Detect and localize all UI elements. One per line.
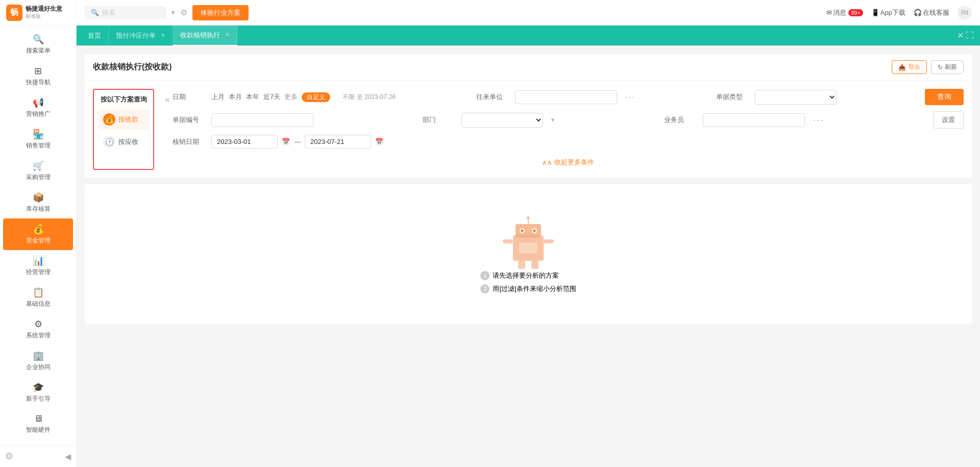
topbar-left: 🔍 搜索 ▾ ⚙ 体验行业方案 xyxy=(85,5,249,20)
sidebar-item-purchase[interactable]: 🛒采购管理 xyxy=(0,155,76,187)
setting-button[interactable]: 设置 xyxy=(933,111,964,129)
sidebar-item-marketing[interactable]: 📢营销推广 xyxy=(0,92,76,124)
date-no-limit: 不限 至 2023-07-26 xyxy=(342,93,396,102)
tab-expand-button[interactable]: ⛶ xyxy=(966,31,974,40)
nav-label-marketing: 营销推广 xyxy=(26,110,51,118)
sidebar-item-inventory[interactable]: 📦库存核算 xyxy=(0,187,76,218)
collapse-more-icon: ∧∧ xyxy=(542,159,552,166)
doc-type-select[interactable] xyxy=(755,90,837,105)
query-button[interactable]: 查询 xyxy=(925,89,964,105)
settings-icon[interactable]: ⚙ xyxy=(5,451,13,462)
logo-subtitle: 标准版 xyxy=(26,13,62,20)
logo-title: 畅捷通好生意 xyxy=(26,5,62,12)
sidebar-item-quick-nav[interactable]: ⊞快捷导航 xyxy=(0,60,76,92)
query-type-receivable-icon: 🕐 xyxy=(103,136,115,148)
query-type-by-collection[interactable]: 💰 按收款 xyxy=(98,109,149,130)
sidebar-item-enterprise[interactable]: 🏢企业协同 xyxy=(0,345,76,377)
staff-input[interactable] xyxy=(703,113,805,127)
sidebar-item-system[interactable]: ⚙系统管理 xyxy=(0,313,76,345)
date-opt-custom[interactable]: 自定义 xyxy=(302,92,330,102)
tip-text-2: 用[过滤]条件来缩小分析范围 xyxy=(493,284,576,293)
nav-label-enterprise: 企业协同 xyxy=(26,363,51,372)
content-area: 收款核销执行(按收款) 📤 导出 ↻ 刷新 按以下方案查询 💰 xyxy=(77,46,980,467)
nav-icon-enterprise: 🏢 xyxy=(33,350,44,361)
write-off-date-end-input[interactable] xyxy=(305,135,371,149)
sidebar-item-basic-info[interactable]: 📋基础信息 xyxy=(0,282,76,313)
tab-prepay-close-icon[interactable]: ✕ xyxy=(161,32,165,39)
page-title: 收款核销执行(按收款) xyxy=(93,62,172,72)
sidebar-item-search[interactable]: 🔍搜索菜单 xyxy=(0,29,76,60)
date-opt-last-month[interactable]: 上月 xyxy=(211,92,225,102)
dept-arrow-icon: ▾ xyxy=(551,116,554,124)
date-opt-this-month[interactable]: 本月 xyxy=(229,92,242,102)
filter-row-2: 单据编号 部门 ▾ 业务员 ··· 设置 xyxy=(173,111,964,129)
date-range-separator: — xyxy=(294,138,301,145)
app-download-item[interactable]: 📱 App下载 xyxy=(871,8,905,17)
user-avatar[interactable]: Rit xyxy=(958,6,972,20)
query-panel-wrap: 按以下方案查询 💰 按收款 🕐 按应收 « 日期 xyxy=(93,89,964,170)
sidebar-item-sales[interactable]: 🏪销售管理 xyxy=(0,124,76,155)
nav-icon-sales: 🏪 xyxy=(33,129,44,140)
logo-text: 畅捷通好生意 标准版 xyxy=(26,5,62,19)
app-download-icon: 📱 xyxy=(871,9,879,16)
sidebar-item-finance[interactable]: 💰资金管理 xyxy=(3,218,73,250)
dept-label: 部门 xyxy=(423,115,453,125)
dept-select[interactable] xyxy=(461,113,543,128)
topbar: 🔍 搜索 ▾ ⚙ 体验行业方案 ✉ 消息 99+ 📱 App下载 🎧 在线客服 … xyxy=(77,0,980,26)
solution-button[interactable]: 体验行业方案 xyxy=(192,5,249,20)
message-badge: 99+ xyxy=(848,9,863,16)
tab-home-label: 首页 xyxy=(88,31,101,40)
filter-row-1: 日期 上月 本月 本年 近7天 更多 自定义 不限 至 2023-07-26 xyxy=(173,89,964,105)
tab-prepay[interactable]: 预付冲应付单 ✕ xyxy=(109,26,173,46)
empty-illustration xyxy=(498,215,559,271)
gear-icon[interactable]: ⚙ xyxy=(180,8,187,17)
query-panel-title: 按以下方案查询 xyxy=(98,95,149,104)
search-placeholder: 搜索 xyxy=(102,8,115,17)
date-opt-7days[interactable]: 近7天 xyxy=(263,92,280,102)
nav-label-system: 系统管理 xyxy=(26,331,51,340)
date-label: 日期 xyxy=(173,92,203,102)
calendar-start-icon[interactable]: 📅 xyxy=(282,138,290,145)
online-service-item[interactable]: 🎧 在线客服 xyxy=(914,8,949,17)
query-type-by-receivable[interactable]: 🕐 按应收 xyxy=(98,132,149,152)
write-off-date-start-input[interactable] xyxy=(211,135,278,149)
collapse-sidebar-icon[interactable]: ◀ xyxy=(65,452,71,461)
dropdown-icon[interactable]: ▾ xyxy=(172,9,175,16)
query-type-collection-label: 按收款 xyxy=(118,115,138,124)
sidebar-item-guide[interactable]: 🎓新手引导 xyxy=(0,377,76,408)
right-filter: 日期 上月 本月 本年 近7天 更多 自定义 不限 至 2023-07-26 xyxy=(173,89,964,170)
date-opt-this-year[interactable]: 本年 xyxy=(246,92,259,102)
sidebar-item-wechat[interactable]: 💬企业微信 xyxy=(0,439,76,445)
date-opt-more[interactable]: 更多 xyxy=(284,92,298,102)
message-item[interactable]: ✉ 消息 99+ xyxy=(826,8,863,17)
collapse-more-button[interactable]: ∧∧ 收起更多条件 xyxy=(173,155,964,170)
partner-label: 往来单位 xyxy=(476,92,507,102)
partner-dots-icon[interactable]: ··· xyxy=(625,92,636,103)
sidebar-item-operation[interactable]: 📊经营管理 xyxy=(0,250,76,282)
tab-collection-close-icon[interactable]: ✕ xyxy=(225,32,230,38)
sidebar-item-hardware[interactable]: 🖥智能硬件 xyxy=(0,408,76,439)
partner-input[interactable] xyxy=(515,90,617,104)
search-icon: 🔍 xyxy=(91,9,99,16)
nav-icon-search: 🔍 xyxy=(33,34,44,45)
query-type-panel: 按以下方案查询 💰 按收款 🕐 按应收 xyxy=(93,89,154,170)
tab-actions: ✕ ⛶ xyxy=(957,31,980,40)
export-button[interactable]: 📤 导出 xyxy=(892,60,927,74)
nav-icon-guide: 🎓 xyxy=(33,382,44,393)
tab-home[interactable]: 首页 xyxy=(81,26,109,46)
refresh-button[interactable]: ↻ 刷新 xyxy=(931,60,964,74)
staff-dots-icon[interactable]: ··· xyxy=(813,115,824,126)
svg-rect-1 xyxy=(516,224,541,237)
service-label: 在线客服 xyxy=(923,8,949,17)
nav-label-inventory: 库存核算 xyxy=(26,205,51,213)
empty-tips: 1 请先选择要分析的方案 2 用[过滤]条件来缩小分析范围 xyxy=(480,271,576,293)
collapse-panel-button[interactable]: « xyxy=(162,89,173,170)
nav-icon-finance: 💰 xyxy=(33,224,44,235)
nav-icon-operation: 📊 xyxy=(33,255,44,266)
doc-no-input[interactable] xyxy=(211,113,313,127)
nav-icon-marketing: 📢 xyxy=(33,97,44,108)
topbar-search-area[interactable]: 🔍 搜索 xyxy=(85,6,166,19)
tab-close-all-button[interactable]: ✕ xyxy=(957,31,964,40)
tab-collection[interactable]: 收款核销执行 ✕ xyxy=(173,26,237,46)
calendar-end-icon[interactable]: 📅 xyxy=(375,138,383,145)
